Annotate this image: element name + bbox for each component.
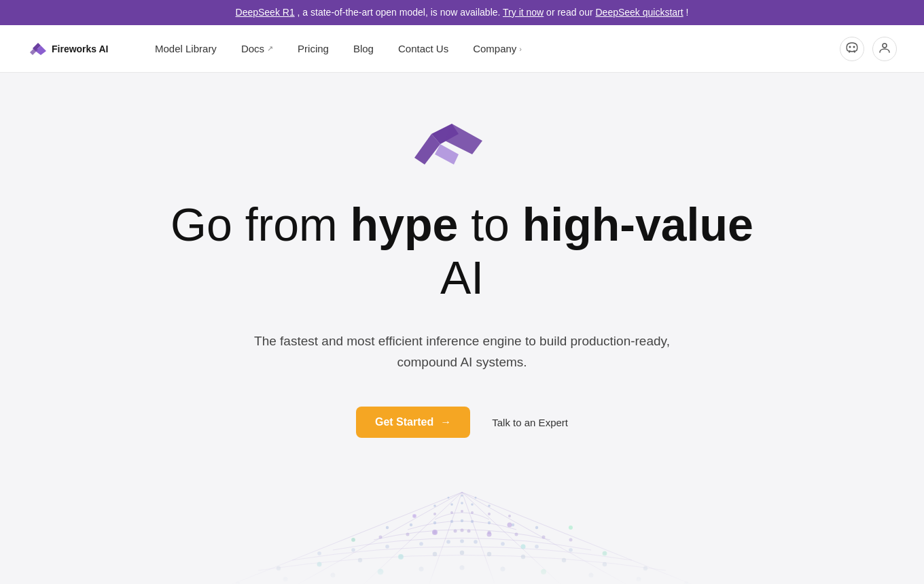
nav-contact-us[interactable]: Contact Us <box>386 25 461 73</box>
banner-text-middle: , a state-of-the-art open model, is now … <box>298 7 501 18</box>
announcement-banner: DeepSeek R1 , a state-of-the-art open mo… <box>0 0 924 25</box>
nav-company[interactable]: Company › <box>461 25 534 73</box>
svg-rect-94 <box>156 479 768 584</box>
banner-text-end: ! <box>686 7 689 18</box>
user-icon <box>878 41 891 56</box>
hero-title-part1: Go from <box>171 199 351 250</box>
nav-actions <box>840 37 897 61</box>
deepseek-r1-link[interactable]: DeepSeek R1 <box>236 7 295 18</box>
brand-logo[interactable]: Fireworks AI <box>27 39 116 59</box>
banner-text: DeepSeek R1 , a state-of-the-art open mo… <box>236 7 689 18</box>
grid-illustration: /* SVG lines generated inline */ <box>156 479 768 584</box>
get-started-button[interactable]: Get Started → <box>356 407 470 438</box>
hero-title-part2: to <box>458 199 522 250</box>
nav-links-container: Model Library Docs ↗ Pricing Blog Contac… <box>143 25 840 73</box>
nav-model-library[interactable]: Model Library <box>143 25 229 73</box>
svg-point-2 <box>853 46 855 48</box>
grid-svg: /* SVG lines generated inline */ <box>156 479 768 584</box>
hero-brand-logo <box>401 114 523 177</box>
arrow-right-icon: → <box>440 416 451 428</box>
nav-blog[interactable]: Blog <box>341 25 386 73</box>
user-account-button[interactable] <box>872 37 897 61</box>
fireworks-logo-icon: Fireworks AI <box>27 39 116 59</box>
hero-subtitle: The fastest and most efficient inference… <box>224 331 700 373</box>
banner-text-after: or read our <box>546 7 592 18</box>
hero-title-part3: AI <box>440 252 484 303</box>
nav-pricing[interactable]: Pricing <box>285 25 341 73</box>
talk-to-expert-link[interactable]: Talk to an Expert <box>492 417 568 428</box>
chevron-down-icon: › <box>519 45 522 53</box>
svg-point-1 <box>849 46 851 48</box>
hero-title-highvalue: high-value <box>522 199 753 250</box>
hero-logo-icon <box>401 114 523 175</box>
try-it-now-link[interactable]: Try it now <box>503 7 544 18</box>
hero-cta-area: Get Started → Talk to an Expert <box>356 407 568 438</box>
hero-section: Go from hype to high-value AI The fastes… <box>0 73 924 584</box>
external-link-icon: ↗ <box>267 44 273 53</box>
svg-point-3 <box>883 44 887 48</box>
hero-title-hype: hype <box>351 199 459 250</box>
navigation-bar: Fireworks AI Model Library Docs ↗ Pricin… <box>0 25 924 73</box>
hero-headline: Go from hype to high-value AI <box>156 198 768 304</box>
get-started-label: Get Started <box>375 416 433 428</box>
discord-icon <box>845 41 859 57</box>
svg-text:Fireworks AI: Fireworks AI <box>52 44 109 54</box>
nav-docs[interactable]: Docs ↗ <box>229 25 285 73</box>
discord-button[interactable] <box>840 37 864 61</box>
quickstart-link[interactable]: DeepSeek quickstart <box>595 7 683 18</box>
